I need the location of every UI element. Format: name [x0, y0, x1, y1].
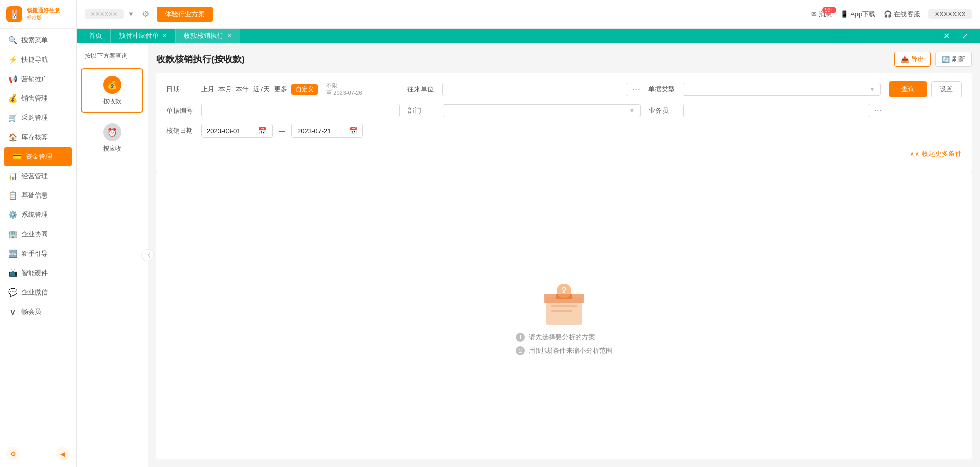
- date-opt-custom[interactable]: 自定义: [291, 84, 318, 95]
- service-icon: 🎧: [884, 10, 892, 18]
- app-download-button[interactable]: 📱 App下载: [840, 10, 875, 19]
- receipt-icon: 💰: [103, 76, 121, 94]
- query-settings-group: 查询 设置: [889, 81, 962, 97]
- query-button[interactable]: 查询: [889, 81, 927, 97]
- verify-date-start-input[interactable]: 2023-03-01 📅: [201, 124, 273, 138]
- date-opt-this-month[interactable]: 本月: [218, 85, 232, 94]
- tab-receipt[interactable]: 收款核销执行 ✕: [176, 29, 240, 43]
- staff-dots[interactable]: ···: [874, 105, 882, 116]
- main-area: XXXXXX ▼ ⚙ 体验行业方案 ✉ 消息 99+ 📱 App下载 🎧 在线客…: [77, 0, 980, 467]
- verify-date-end-input[interactable]: 2023-07-21 📅: [291, 124, 363, 138]
- receivable-icon: ⏰: [103, 123, 121, 141]
- online-service-button[interactable]: 🎧 在线客服: [884, 10, 920, 19]
- collapse-left-panel-btn[interactable]: 《: [141, 249, 154, 261]
- collapse-up-icon: ∧∧: [910, 150, 920, 158]
- message-button[interactable]: ✉ 消息 99+: [811, 10, 832, 19]
- sidebar-item-hardware[interactable]: 📺 智能硬件: [0, 263, 76, 283]
- date-opt-last-month[interactable]: 上月: [201, 85, 214, 94]
- hardware-icon: 📺: [8, 268, 17, 278]
- doc-type-select[interactable]: ▼: [683, 83, 881, 96]
- tab-receipt-close[interactable]: ✕: [227, 32, 232, 39]
- message-badge: 99+: [822, 7, 836, 13]
- date-no-limit: 不限: [326, 82, 362, 89]
- message-icon: ✉: [811, 10, 817, 18]
- sidebar: 🐰 畅捷通好生意 标准版 🔍 搜索菜单 ⚡ 快捷导航 📢 营销推广 💰 销售管理…: [0, 0, 77, 467]
- tabbar: 首页 预付冲应付单 ✕ 收款核销执行 ✕ ✕ ⤢: [77, 29, 980, 43]
- tab-prepay-close[interactable]: ✕: [162, 32, 167, 39]
- counterpart-field-group: 往来单位 ···: [407, 83, 640, 96]
- capital-icon: 💳: [12, 152, 21, 161]
- user-info[interactable]: XXXXXXX: [928, 9, 972, 19]
- basic-icon: 📋: [8, 191, 17, 200]
- sidebar-item-wechat[interactable]: 💬 企业微信: [0, 283, 76, 302]
- solution-button[interactable]: 体验行业方案: [157, 7, 213, 22]
- left-panel-item-receivable[interactable]: ⏰ 按应收: [81, 117, 143, 159]
- empty-hints: 1 请先选择要分析的方案 2 用[过滤]条件来缩小分析范围: [516, 333, 612, 359]
- doc-no-field-group: 单据编号: [166, 104, 400, 117]
- page-title: 收款核销执行(按收款): [156, 53, 245, 65]
- topbar-brand: XXXXXX: [85, 9, 124, 19]
- settings-gear-icon[interactable]: ⚙: [6, 447, 20, 461]
- marketing-icon: 📢: [8, 75, 17, 84]
- left-panel-item-receipt[interactable]: 💰 按收款: [81, 68, 143, 113]
- sidebar-item-basic[interactable]: 📋 基础信息: [0, 186, 76, 205]
- search-icon: 🔍: [8, 36, 17, 45]
- sidebar-item-operation[interactable]: 📊 经营管理: [0, 166, 76, 186]
- close-window-icon[interactable]: ✕: [939, 29, 953, 43]
- filter-section: 日期 上月 本月 本年 近7天 更多 自定义 不限 至 2023-07-26: [156, 73, 972, 171]
- doc-type-label: 单据类型: [648, 85, 679, 94]
- topbar-right: ✉ 消息 99+ 📱 App下载 🎧 在线客服 XXXXXXX: [811, 9, 972, 19]
- sidebar-item-enterprise[interactable]: 🏢 企业协同: [0, 225, 76, 244]
- sidebar-item-marketing[interactable]: 📢 营销推广: [0, 69, 76, 89]
- sidebar-item-purchase[interactable]: 🛒 采购管理: [0, 108, 76, 128]
- filter-row-3: 核销日期 2023-03-01 📅 — 2023-07-21 📅: [166, 124, 962, 138]
- export-button[interactable]: 📤 导出: [894, 52, 931, 67]
- sidebar-item-quicknav[interactable]: ⚡ 快捷导航: [0, 50, 76, 69]
- system-icon: ⚙️: [8, 210, 17, 219]
- sidebar-item-inventory[interactable]: 🏠 库存核算: [0, 128, 76, 147]
- logo-area: 🐰 畅捷通好生意 标准版: [0, 0, 76, 29]
- date-opt-7days[interactable]: 近7天: [253, 85, 270, 94]
- doc-no-input[interactable]: [201, 104, 400, 117]
- sidebar-item-guide[interactable]: 🆕 新手引导: [0, 244, 76, 263]
- sidebar-item-member[interactable]: V 畅会员: [0, 302, 76, 322]
- sales-icon: 💰: [8, 94, 17, 103]
- sidebar-item-search[interactable]: 🔍 搜索菜单: [0, 31, 76, 50]
- sidebar-menu: 🔍 搜索菜单 ⚡ 快捷导航 📢 营销推广 💰 销售管理 🛒 采购管理 🏠 库存核…: [0, 29, 76, 440]
- member-icon: V: [8, 307, 17, 316]
- tab-home[interactable]: 首页: [81, 29, 111, 43]
- topbar-gear-icon[interactable]: ⚙: [138, 7, 153, 21]
- doc-type-arrow-icon: ▼: [869, 86, 875, 93]
- dept-field-group: 部门 ▼: [408, 104, 641, 117]
- date-opt-more[interactable]: 更多: [274, 85, 287, 94]
- filter-row-2: 单据编号 部门 ▼ 业务员 ···: [166, 104, 962, 117]
- counterpart-input[interactable]: [442, 83, 628, 96]
- logo-text: 畅捷通好生意 标准版: [27, 7, 60, 21]
- left-panel-title: 按以下方案查询: [81, 50, 143, 62]
- dept-select[interactable]: ▼: [443, 104, 641, 117]
- inventory-icon: 🏠: [8, 133, 17, 142]
- quicknav-icon: ⚡: [8, 55, 17, 64]
- counterpart-label: 往来单位: [407, 85, 438, 94]
- doc-type-field-group: 单据类型 ▼: [648, 83, 881, 96]
- date-opt-this-year[interactable]: 本年: [236, 85, 249, 94]
- staff-label: 业务员: [649, 106, 679, 115]
- staff-input[interactable]: [683, 104, 870, 117]
- collapse-sidebar-btn[interactable]: ◀: [56, 447, 70, 461]
- sidebar-item-sales[interactable]: 💰 销售管理: [0, 89, 76, 108]
- svg-rect-4: [551, 310, 572, 312]
- tab-prepay[interactable]: 预付冲应付单 ✕: [111, 29, 176, 43]
- empty-hint-2: 2 用[过滤]条件来缩小分析范围: [516, 346, 612, 355]
- date-options: 上月 本月 本年 近7天 更多 自定义: [201, 84, 318, 95]
- sidebar-item-capital[interactable]: 💳 资金管理: [4, 147, 72, 166]
- left-panel: 按以下方案查询 💰 按收款 ⏰ 按应收 《: [77, 43, 148, 467]
- dept-label: 部门: [408, 106, 438, 115]
- refresh-button[interactable]: 🔄 刷新: [935, 52, 972, 67]
- settings-button[interactable]: 设置: [931, 81, 962, 97]
- logo-icon: 🐰: [6, 6, 22, 22]
- collapse-more-btn[interactable]: ∧∧ 收起更多条件: [910, 147, 962, 160]
- counterpart-dots[interactable]: ···: [632, 84, 640, 95]
- expand-window-icon[interactable]: ⤢: [958, 29, 972, 43]
- svg-rect-3: [551, 305, 577, 307]
- sidebar-item-system[interactable]: ⚙️ 系统管理: [0, 205, 76, 225]
